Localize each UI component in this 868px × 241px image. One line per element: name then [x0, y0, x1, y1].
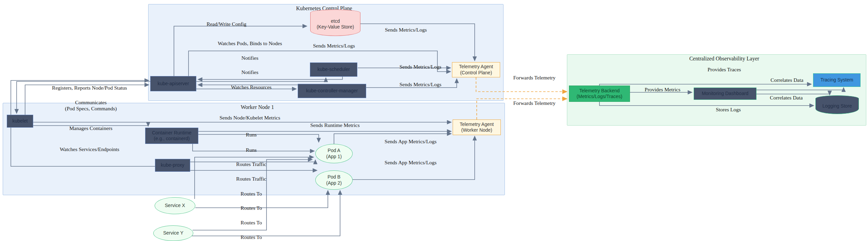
node-kube-proxy: kube-proxy	[155, 159, 190, 172]
label-routes-to-4: Routes To	[241, 234, 262, 240]
label-controller-sends-metrics: Sends Metrics/Logs	[399, 81, 441, 88]
label-sends-app-1: Sends App Metrics/Logs	[384, 138, 436, 145]
label-correlates-data-2: Correlates Data	[770, 95, 803, 101]
node-logging-store: Logging Store	[815, 95, 859, 114]
node-service-y: Service Y	[153, 225, 193, 241]
label-stores-logs: Stores Logs	[716, 107, 741, 113]
label-scheduler-sends-metrics: Sends Metrics/Logs	[399, 64, 441, 70]
edge-scheduler-apiserver	[198, 77, 342, 79]
label-sends-runtime-metrics: Sends Runtime Metrics	[310, 122, 360, 128]
label-provides-traces: Provides Traces	[708, 67, 741, 73]
node-container-runtime: Container Runtime (e.g., containerd)	[145, 128, 198, 144]
label-read-write-config: Read/Write Config	[206, 21, 246, 27]
edge-servicey-podb	[192, 190, 340, 236]
node-telemetry-backend: Telemetry Backend (Metrics/Logs/Traces)	[569, 86, 630, 102]
node-kubelet: kubelet	[7, 115, 33, 128]
label-notifies-scheduler: Notifies	[241, 55, 258, 61]
label-routes-to-2: Routes To	[241, 205, 262, 211]
label-routes-to-3: Routes To	[241, 220, 262, 226]
label-routes-traffic-2: Routes Traffic	[236, 176, 267, 182]
label-runs-2: Runs	[246, 147, 257, 153]
node-telemetry-agent-control-plane: Telemetry Agent (Control Plane)	[452, 62, 500, 77]
node-telemetry-agent-worker: Telemetry Agent (Worker Node)	[453, 119, 501, 135]
node-tracing-system: Tracing System	[813, 73, 861, 87]
edge-dashboard-tracing	[756, 88, 844, 90]
label-watches-pods: Watches Pods, Binds to Nodes	[218, 40, 282, 47]
label-communicates: Communicates (Pod Specs, Commands)	[65, 99, 117, 112]
label-sends-node-kubelet-metrics: Sends Node/Kubelet Metrics	[219, 115, 280, 121]
label-runs-1: Runs	[246, 132, 257, 138]
edges-layer	[0, 0, 868, 241]
edge-backend-tracing	[599, 84, 811, 86]
edge-backend-logging	[599, 102, 814, 106]
node-kube-apiserver: kube-apiserver	[150, 76, 196, 91]
label-routes-to-1: Routes To	[241, 191, 262, 197]
label-notifies-controller: Notifies	[241, 69, 258, 75]
node-pod-a: Pod A (App 1)	[315, 144, 353, 163]
label-watches-services: Watches Services/Endpoints	[60, 146, 119, 152]
label-etcd-sends-metrics: Sends Metrics/Logs	[385, 27, 427, 33]
label-sends-app-2: Sends App Metrics/Logs	[384, 160, 436, 166]
label-forwards-telemetry-wn: Forwards Telemetry	[513, 100, 556, 106]
label-routes-traffic-1: Routes Traffic	[236, 161, 267, 167]
label-provides-metrics: Provides Metrics	[645, 87, 680, 93]
label-forwards-telemetry-cp: Forwards Telemetry	[513, 75, 556, 81]
label-apiserver-sends-metrics: Sends Metrics/Logs	[313, 43, 355, 49]
label-manages-containers: Manages Containers	[70, 125, 113, 131]
label-watches-resources: Watches Resources	[231, 84, 272, 90]
label-correlates-data-1: Correlates Data	[771, 77, 804, 83]
node-pod-b: Pod B (App 2)	[315, 170, 353, 190]
edge-runtime-poda-1	[198, 134, 319, 142]
node-monitoring-dashboard: Monitoring Dashboard	[694, 88, 756, 100]
node-etcd: etcd (Key-Value Store)	[310, 10, 360, 36]
kubernetes-observability-diagram: Kubernetes Control Plane Worker Node 1 C…	[0, 0, 868, 241]
node-kube-controller-manager: kube-controller-manager	[298, 84, 366, 98]
node-kube-scheduler: kube-scheduler	[310, 62, 357, 77]
label-registers-status: Registers, Reports Node/Pod Status	[52, 85, 127, 91]
node-service-x: Service X	[155, 197, 195, 214]
etcd-label: etcd (Key-Value Store)	[317, 16, 354, 30]
logging-store-label: Logging Store	[822, 100, 852, 109]
